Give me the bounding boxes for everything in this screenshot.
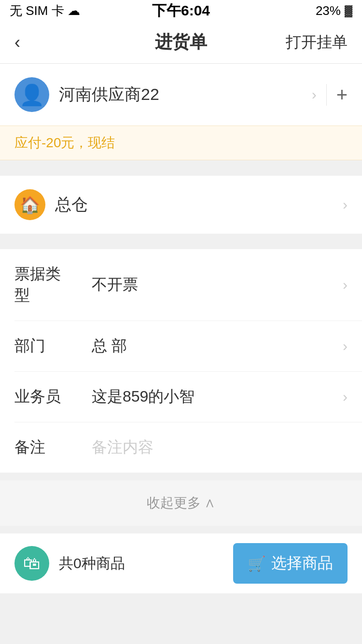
sim-label: 无 SIM 卡 ☁	[10, 2, 80, 19]
page-title: 进货单	[155, 30, 207, 54]
content-area: 👤 河南供应商22 › + 应付-20元，现结 🏠 总仓 › 票据类型 不开票 …	[0, 64, 362, 644]
back-button[interactable]: ‹	[14, 32, 20, 53]
department-row[interactable]: 部门 总 部 ›	[0, 321, 362, 371]
remark-row[interactable]: 备注 备注内容	[0, 422, 362, 473]
nav-bar: ‹ 进货单 打开挂单	[0, 21, 362, 64]
warehouse-icon: 🏠	[14, 189, 45, 220]
gap-1	[0, 168, 362, 176]
notice-banner: 应付-20元，现结	[0, 126, 362, 160]
salesperson-arrow-icon: ›	[343, 389, 348, 405]
house-icon: 🏠	[20, 195, 40, 214]
collapse-button[interactable]: 收起更多 ∧	[0, 480, 362, 526]
status-left: 无 SIM 卡 ☁	[10, 2, 80, 19]
battery-label: 23%	[316, 3, 341, 18]
invoice-type-label: 票据类型	[14, 264, 72, 306]
product-count-label: 共0种商品	[59, 554, 223, 574]
supplier-card: 👤 河南供应商22 › + 应付-20元，现结	[0, 64, 362, 160]
department-label: 部门	[14, 336, 72, 357]
warehouse-card[interactable]: 🏠 总仓 ›	[0, 176, 362, 234]
gap-3	[0, 526, 362, 533]
invoice-type-value: 不开票	[72, 274, 343, 295]
salesperson-value: 这是859的小智	[72, 386, 343, 407]
salesperson-row[interactable]: 业务员 这是859的小智 ›	[0, 372, 362, 422]
product-icon: 🛍	[14, 546, 49, 581]
select-product-label: 选择商品	[271, 553, 333, 574]
form-card: 票据类型 不开票 › 部门 总 部 › 业务员 这是859的小智 › 备注 备注…	[0, 249, 362, 473]
department-arrow-icon: ›	[343, 338, 348, 354]
status-time: 下午6:04	[152, 1, 210, 21]
warehouse-label: 总仓	[55, 194, 343, 216]
supplier-avatar: 👤	[14, 77, 49, 112]
supplier-name: 河南供应商22	[59, 84, 312, 106]
select-product-button[interactable]: 🛒 选择商品	[233, 543, 348, 584]
battery-icon: ▓	[345, 4, 352, 17]
page-fill	[0, 593, 362, 644]
department-value: 总 部	[72, 336, 343, 357]
status-right: 23% ▓	[316, 3, 352, 18]
supplier-row[interactable]: 👤 河南供应商22 › +	[0, 64, 362, 126]
avatar-icon: 👤	[19, 83, 44, 107]
shopping-bag-icon: 🛍	[23, 553, 41, 574]
invoice-type-arrow-icon: ›	[343, 277, 348, 293]
gap-2	[0, 241, 362, 249]
open-pending-button[interactable]: 打开挂单	[286, 32, 348, 53]
supplier-arrow-icon: ›	[312, 86, 317, 103]
select-product-icon: 🛒	[248, 555, 265, 572]
status-bar: 无 SIM 卡 ☁ 下午6:04 23% ▓	[0, 0, 362, 21]
remark-input[interactable]: 备注内容	[72, 437, 348, 458]
salesperson-label: 业务员	[14, 386, 72, 407]
remark-label: 备注	[14, 437, 72, 458]
supplier-add-button[interactable]: +	[326, 84, 348, 106]
warehouse-arrow-icon: ›	[343, 196, 348, 213]
bottom-bar: 🛍 共0种商品 🛒 选择商品	[0, 533, 362, 593]
invoice-type-row[interactable]: 票据类型 不开票 ›	[0, 249, 362, 321]
warehouse-row[interactable]: 🏠 总仓 ›	[0, 176, 362, 234]
